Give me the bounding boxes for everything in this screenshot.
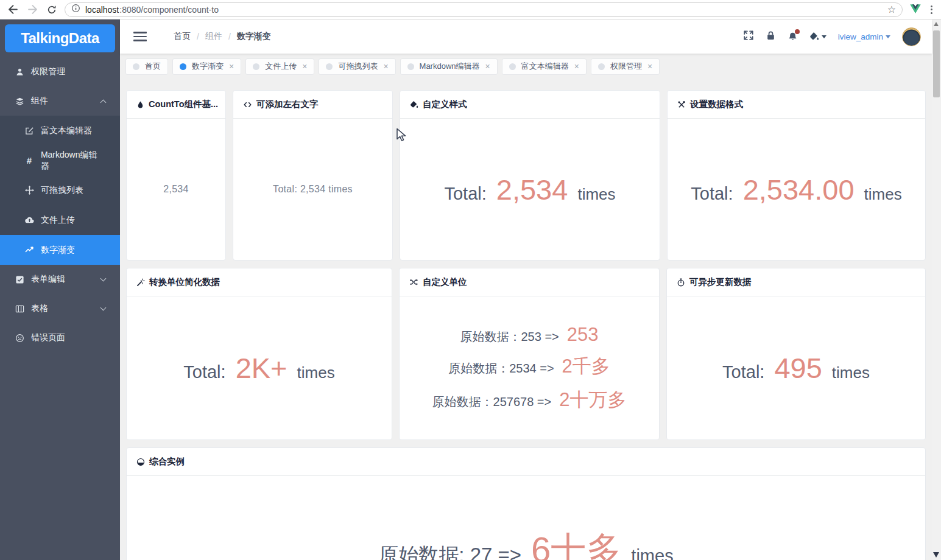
components-submenu: 富文本编辑器 # Markdown编辑器 可拖拽列表 文件上传 xyxy=(0,116,120,265)
tab-dot-icon xyxy=(326,63,333,70)
card-title: 自定义单位 xyxy=(423,276,467,288)
theme-switch[interactable] xyxy=(809,32,826,41)
back-icon[interactable] xyxy=(6,3,19,16)
move-icon xyxy=(24,186,34,195)
table-icon xyxy=(15,304,24,313)
page-scrollbar[interactable] xyxy=(932,19,941,560)
breadcrumb-components[interactable]: 组件 xyxy=(205,31,222,42)
card-title: 可添加左右文字 xyxy=(256,99,319,110)
lock-icon[interactable] xyxy=(766,30,776,43)
url-path: :8080/component/count-to xyxy=(119,5,219,15)
sidebar-item-label: 数字渐变 xyxy=(41,245,75,256)
avatar[interactable] xyxy=(902,27,921,46)
count-value: 2,534 xyxy=(163,184,189,195)
chevron-up-icon xyxy=(100,99,107,105)
tab-dot-icon xyxy=(598,63,605,70)
forward-icon[interactable] xyxy=(26,3,39,16)
sidebar-item-markdown[interactable]: # Markdown编辑器 xyxy=(0,145,120,175)
close-icon[interactable]: × xyxy=(229,62,234,71)
close-icon[interactable]: × xyxy=(383,62,388,71)
notification-bell-icon[interactable] xyxy=(788,32,798,42)
sidebar-item-permission[interactable]: 权限管理 xyxy=(0,57,120,86)
person-icon xyxy=(15,68,24,77)
username: iview_admin xyxy=(838,32,883,41)
tab-dot-icon xyxy=(133,63,139,70)
hash-icon: # xyxy=(24,155,34,166)
refresh-icon[interactable] xyxy=(45,3,58,16)
sidebar-item-label: 错误页面 xyxy=(31,332,65,343)
card-async-update: 可异步更新数据 Total: 495 times xyxy=(666,268,926,440)
logo: TalkingData xyxy=(5,24,115,52)
close-icon[interactable]: × xyxy=(302,62,307,71)
url-host: localhost xyxy=(85,5,119,15)
sidebar-item-label: 权限管理 xyxy=(31,66,65,77)
tab-rich-editor[interactable]: 富文本编辑器 × xyxy=(502,58,587,75)
browser-menu-icon[interactable] xyxy=(928,5,935,14)
sidebar-item-draggable[interactable]: 可拖拽列表 xyxy=(0,175,120,205)
count-value: 495 xyxy=(774,351,822,385)
sidebar-item-form[interactable]: 表单编辑 xyxy=(0,265,120,294)
sidebar-item-label: Markdown编辑器 xyxy=(41,150,105,172)
tab-dot-icon xyxy=(180,63,186,70)
card-title: 设置数据格式 xyxy=(690,99,743,110)
card-title: 自定义样式 xyxy=(423,99,467,110)
sidebar: TalkingData 权限管理 组件 富文本编辑 xyxy=(0,19,120,560)
sidebar-item-label: 富文本编辑器 xyxy=(41,125,92,136)
fullscreen-icon[interactable] xyxy=(743,30,754,43)
menu-toggle-icon[interactable] xyxy=(133,32,147,41)
stopwatch-icon xyxy=(677,278,685,287)
breadcrumb-home[interactable]: 首页 xyxy=(174,31,191,42)
sidebar-item-components[interactable]: 组件 xyxy=(0,86,120,116)
card-countto-basic: CountTo组件基... 2,534 xyxy=(126,90,226,261)
site-info-icon[interactable] xyxy=(71,4,80,15)
vue-devtools-icon[interactable] xyxy=(909,3,922,16)
scrollbar-thumb[interactable] xyxy=(933,30,940,97)
tab-upload[interactable]: 文件上传 × xyxy=(245,58,314,75)
breadcrumb-current: 数字渐变 xyxy=(237,31,271,42)
unit-row: 原始数据：257678 => 2十万多 xyxy=(432,387,627,413)
sidebar-item-label: 文件上传 xyxy=(41,215,75,226)
unit-row: 原始数据：2534 => 2千多 xyxy=(432,354,627,379)
count-value: 253 xyxy=(567,324,599,346)
count-value: Total: 2,534 times xyxy=(273,184,353,195)
compose-icon xyxy=(24,126,34,135)
paint-bucket-icon xyxy=(410,100,418,109)
sidebar-item-label: 表格 xyxy=(31,303,94,314)
count-value: 6十多 xyxy=(531,527,621,560)
tab-draggable[interactable]: 可拖拽列表 × xyxy=(319,58,395,75)
trending-up-icon xyxy=(24,245,34,254)
layers-icon xyxy=(15,97,24,106)
count-value: 2十万多 xyxy=(559,387,626,413)
user-menu[interactable]: iview_admin xyxy=(838,32,890,41)
card-custom-unit: 自定义单位 原始数据：253 => 253 原始数据：2534 => 2 xyxy=(399,268,660,440)
scroll-up-icon[interactable] xyxy=(934,22,939,26)
open-tabs-bar: 首页 数字渐变 × 文件上传 × 可拖拽列表 × xyxy=(120,54,932,79)
sidebar-item-upload[interactable]: 文件上传 xyxy=(0,205,120,235)
scroll-down-icon[interactable] xyxy=(933,552,939,558)
breadcrumb: 首页 / 组件 / 数字渐变 xyxy=(174,31,271,42)
tab-home[interactable]: 首页 xyxy=(125,58,168,75)
count-value: 2,534.00 xyxy=(743,173,855,206)
sidebar-item-count-to[interactable]: 数字渐变 xyxy=(0,235,120,265)
notification-badge xyxy=(795,29,800,34)
card-custom-style: 自定义样式 Total: 2,534 times xyxy=(400,90,660,261)
browser-chrome: localhost:8080/component/count-to ☆ xyxy=(0,0,941,19)
count-value: 2K+ xyxy=(236,351,287,385)
unit-row: 原始数据：253 => 253 xyxy=(432,324,627,346)
sidebar-item-table[interactable]: 表格 xyxy=(0,294,120,323)
code-icon xyxy=(243,100,252,109)
sidebar-item-error-page[interactable]: 错误页面 xyxy=(0,323,120,352)
tab-count-to[interactable]: 数字渐变 × xyxy=(172,58,241,75)
sidebar-item-label: 表单编辑 xyxy=(31,274,94,285)
close-icon[interactable]: × xyxy=(574,62,579,71)
sidebar-item-label: 可拖拽列表 xyxy=(41,185,83,196)
close-icon[interactable]: × xyxy=(647,62,652,71)
tab-markdown[interactable]: Markdown编辑器 × xyxy=(400,58,498,75)
bookmark-star-icon[interactable]: ☆ xyxy=(887,4,896,15)
close-icon[interactable]: × xyxy=(485,62,490,71)
wand-icon xyxy=(136,278,145,287)
sidebar-item-rich-editor[interactable]: 富文本编辑器 xyxy=(0,116,120,145)
count-value: 2千多 xyxy=(562,354,610,379)
tab-permission[interactable]: 权限管理 × xyxy=(591,58,660,75)
url-bar[interactable]: localhost:8080/component/count-to ☆ xyxy=(65,2,903,17)
